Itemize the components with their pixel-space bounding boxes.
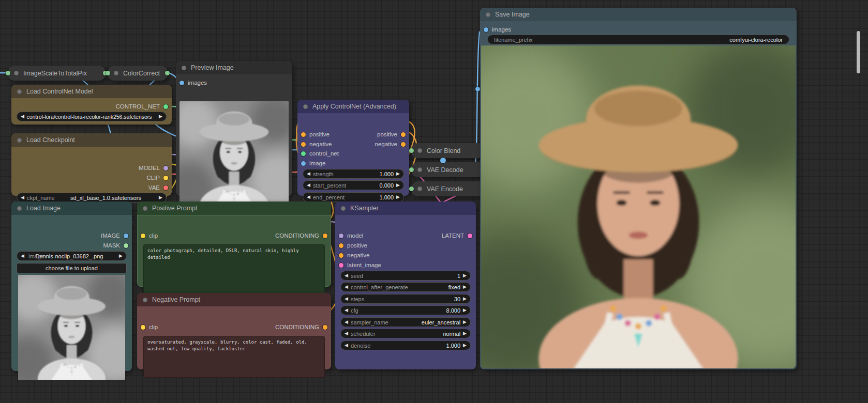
node-header[interactable]: KSampler — [335, 202, 476, 215]
choose-file-button[interactable]: choose file to upload — [17, 263, 127, 273]
increment-arrow-icon[interactable] — [463, 273, 467, 278]
input-negative[interactable]: negative — [339, 251, 369, 260]
node-header[interactable]: Apply ControlNet (Advanced) — [297, 100, 409, 113]
positive-dot[interactable] — [339, 243, 343, 248]
input-images[interactable]: images — [179, 78, 207, 87]
input-control-net[interactable]: control_net — [301, 149, 339, 158]
node-imagescaletototalpix[interactable]: ImageScaleToTotalPix — [8, 66, 106, 81]
node-header[interactable]: Positive Prompt — [137, 202, 331, 215]
collapse-dot[interactable] — [143, 206, 147, 211]
output-negative[interactable]: negative — [375, 140, 406, 149]
collapse-dot[interactable] — [143, 298, 147, 302]
next-arrow-icon[interactable] — [463, 285, 467, 289]
collapse-dot[interactable] — [303, 104, 308, 109]
prev-arrow-icon[interactable] — [345, 285, 348, 289]
strength-widget[interactable]: strength 1.000 — [303, 169, 404, 179]
decrement-arrow-icon[interactable] — [307, 183, 310, 188]
images-dot[interactable] — [179, 81, 184, 85]
node-save-image[interactable]: Save Image images filename_prefix comfyu… — [480, 8, 797, 369]
collapse-dot[interactable] — [486, 12, 490, 17]
input-images[interactable]: images — [484, 25, 511, 34]
output-clip[interactable]: CLIP — [146, 173, 168, 182]
cfg-widget[interactable]: cfg 8.000 — [340, 305, 471, 315]
mask-dot[interactable] — [124, 243, 128, 248]
sampler-name-widget[interactable]: sampler_name euler_ancestral — [340, 317, 471, 327]
reroute-dot[interactable] — [440, 158, 446, 163]
next-arrow-icon[interactable] — [463, 320, 467, 324]
conditioning-dot[interactable] — [323, 325, 327, 330]
decrement-arrow-icon[interactable] — [345, 308, 348, 313]
input-positive[interactable]: positive — [301, 130, 330, 139]
collapse-dot[interactable] — [17, 89, 22, 94]
decrement-arrow-icon[interactable] — [345, 273, 348, 278]
node-header[interactable]: Load Checkpoint — [11, 133, 172, 147]
node-colorcorrect[interactable]: ColorCorrect — [108, 66, 168, 81]
node-header[interactable]: Load Image — [11, 202, 132, 215]
output-conditioning[interactable]: CONDITIONING — [275, 231, 327, 240]
input-dot[interactable] — [6, 71, 10, 75]
input-dot[interactable] — [409, 148, 414, 153]
input-model[interactable]: model — [339, 231, 363, 240]
output-positive[interactable]: positive — [377, 130, 406, 139]
input-clip[interactable]: clip — [141, 231, 158, 240]
denoise-widget[interactable]: denoise 1.000 — [340, 340, 471, 350]
input-clip[interactable]: clip — [141, 322, 158, 332]
clip-dot[interactable] — [141, 234, 145, 238]
node-header[interactable]: Save Image — [480, 8, 797, 21]
output-latent[interactable]: LATENT — [442, 231, 472, 240]
steps-widget[interactable]: steps 30 — [340, 294, 471, 304]
output-mask[interactable]: MASK — [103, 241, 128, 250]
decrement-arrow-icon[interactable] — [307, 172, 310, 176]
start-percent-widget[interactable]: start_percent 0.000 — [303, 180, 404, 190]
negative-out-dot[interactable] — [401, 142, 406, 147]
reroute-dot[interactable] — [475, 87, 480, 91]
image-dot[interactable] — [124, 234, 128, 238]
input-dot[interactable] — [106, 71, 110, 75]
canvas-scrollbar-thumb[interactable] — [857, 31, 860, 73]
images-dot[interactable] — [484, 27, 488, 32]
increment-arrow-icon[interactable] — [463, 343, 467, 348]
control-after-generate-widget[interactable]: control_after_generate fixed — [340, 282, 471, 292]
output-model[interactable]: MODEL — [139, 163, 168, 173]
input-positive[interactable]: positive — [339, 241, 367, 250]
collapse-dot[interactable] — [341, 206, 346, 211]
increment-arrow-icon[interactable] — [396, 183, 400, 188]
control-net-dot[interactable] — [163, 104, 168, 109]
control-net-name-widget[interactable]: control-lora/control-lora-recolor-rank25… — [17, 112, 167, 121]
clip-dot[interactable] — [163, 176, 168, 180]
scheduler-widget[interactable]: scheduler normal — [340, 329, 471, 338]
collapse-dot[interactable] — [182, 66, 186, 70]
node-preview-image[interactable]: Preview Image images — [176, 61, 292, 196]
clip-dot[interactable] — [141, 325, 145, 330]
decrement-arrow-icon[interactable] — [345, 297, 348, 301]
positive-prompt-textarea[interactable]: color photograph, detailed, DSLR, natura… — [143, 244, 325, 295]
increment-arrow-icon[interactable] — [463, 297, 467, 301]
control-net-dot[interactable] — [301, 151, 306, 156]
output-control-net[interactable]: CONTROL_NET — [115, 102, 168, 111]
node-header[interactable]: Load ControlNet Model — [11, 85, 172, 98]
prev-arrow-icon[interactable] — [345, 331, 348, 336]
output-conditioning[interactable]: CONDITIONING — [275, 322, 327, 332]
image-dot[interactable] — [301, 161, 306, 166]
input-dot[interactable] — [409, 187, 414, 191]
output-image[interactable]: IMAGE — [101, 231, 128, 240]
image-file-widget[interactable]: image Dennis-noclip_03682_.png — [17, 251, 127, 261]
node-header[interactable]: Negative Prompt — [137, 293, 331, 306]
input-negative[interactable]: negative — [301, 140, 332, 149]
increment-arrow-icon[interactable] — [396, 172, 400, 176]
node-load-checkpoint[interactable]: Load Checkpoint MODEL CLIP VAE ckpt_name… — [11, 133, 172, 196]
output-vae[interactable]: VAE — [148, 183, 168, 192]
collapse-dot[interactable] — [114, 71, 118, 75]
node-header[interactable]: Preview Image — [176, 61, 292, 74]
node-load-controlnet-model[interactable]: Load ControlNet Model CONTROL_NET contro… — [11, 85, 172, 125]
collapse-dot[interactable] — [17, 206, 22, 211]
negative-dot[interactable] — [301, 142, 306, 147]
node-positive-prompt[interactable]: Positive Prompt clip CONDITIONING color … — [137, 202, 331, 287]
filename-prefix-widget[interactable]: filename_prefix comfyui-clora-recolor — [487, 35, 789, 44]
input-dot[interactable] — [409, 167, 414, 172]
increment-arrow-icon[interactable] — [396, 195, 400, 199]
positive-dot[interactable] — [301, 132, 306, 137]
prev-arrow-icon[interactable] — [21, 195, 24, 200]
model-dot[interactable] — [163, 166, 168, 171]
input-latent-image[interactable]: latent_image — [339, 260, 381, 270]
